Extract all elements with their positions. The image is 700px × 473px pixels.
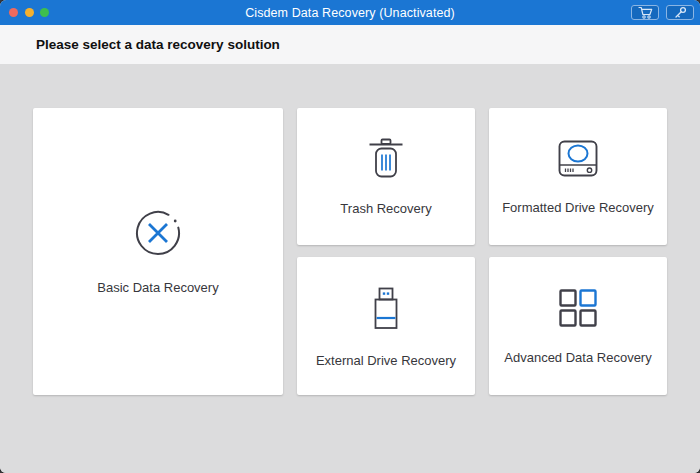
card-basic-data-recovery[interactable]: Basic Data Recovery	[33, 108, 283, 395]
card-external-drive-recovery[interactable]: External Drive Recovery	[297, 257, 475, 395]
key-icon	[674, 6, 687, 19]
usb-drive-icon	[367, 285, 405, 332]
content-area: Basic Data Recovery Trash Recovery	[0, 64, 700, 473]
card-trash-recovery[interactable]: Trash Recovery	[297, 108, 475, 245]
window-title: Cisdem Data Recovery (Unactivated)	[0, 6, 700, 20]
titlebar-toolbar	[631, 5, 700, 20]
purchase-button[interactable]	[631, 5, 659, 20]
page-header: Please select a data recovery solution	[0, 25, 700, 64]
activate-button[interactable]	[666, 5, 694, 20]
card-label: External Drive Recovery	[316, 353, 456, 368]
shopping-cart-icon	[638, 6, 653, 19]
card-label: Trash Recovery	[340, 201, 431, 216]
trash-can-icon	[366, 138, 406, 180]
card-label: Formatted Drive Recovery	[502, 200, 654, 215]
zoom-button[interactable]	[40, 8, 49, 17]
card-advanced-data-recovery[interactable]: Advanced Data Recovery	[489, 257, 667, 395]
card-label: Advanced Data Recovery	[504, 350, 651, 365]
card-label: Basic Data Recovery	[97, 280, 218, 295]
solution-grid: Basic Data Recovery Trash Recovery	[33, 108, 667, 395]
page-title: Please select a data recovery solution	[36, 37, 280, 52]
traffic-lights	[0, 8, 49, 17]
title-bar: Cisdem Data Recovery (Unactivated)	[0, 0, 700, 25]
circle-x-icon	[134, 209, 182, 257]
app-window: Cisdem Data Recovery (Unactivated)	[0, 0, 700, 473]
hard-drive-icon	[554, 138, 602, 179]
minimize-button[interactable]	[25, 8, 34, 17]
grid-squares-icon	[557, 287, 599, 329]
close-button[interactable]	[9, 8, 18, 17]
card-formatted-drive-recovery[interactable]: Formatted Drive Recovery	[489, 108, 667, 245]
